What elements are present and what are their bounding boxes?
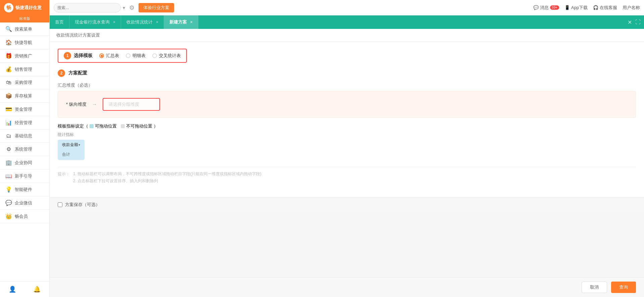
tabbar: 首页 现金银行流水查询 × 收款情况统计 × 新建方案 × ✕ ⛶ xyxy=(50,15,644,29)
tabbar-actions: ✕ ⛶ xyxy=(624,15,644,29)
step2-title: 方案配置 xyxy=(68,70,87,76)
sidebar-nav: 🔍 搜索菜单 🏠 快捷导航 🎁 营销推广 💰 销售管理 🛍 采购管理 📦 库存核… xyxy=(0,22,49,281)
indicator-title: 模板指标设定（ xyxy=(58,123,88,129)
member-nav-icon: 👑 xyxy=(5,213,12,219)
sidebar-item-guide[interactable]: 📖 新手引导 xyxy=(0,169,49,183)
sidebar-item-purchase[interactable]: 🛍 采购管理 xyxy=(0,76,49,89)
indicator-col-header: 收款金额 ▾ xyxy=(58,140,84,150)
step1-section: 1 选择模板 汇总表 明细表 xyxy=(58,49,636,63)
topbar-right: 💬 消息 99+ 📱 App下载 🎧 在线客服 用户名称 xyxy=(533,5,640,11)
sidebar-item-search[interactable]: 🔍 搜索菜单 xyxy=(0,22,49,36)
service-icon: 🎧 xyxy=(593,5,598,10)
radio-cross-circle xyxy=(152,53,157,58)
gear-icon[interactable]: ⚙ xyxy=(129,4,135,11)
sales-nav-icon: 💰 xyxy=(5,66,12,72)
drag-legend-label: 可拖动位置 xyxy=(95,123,117,129)
user-name-button[interactable]: 用户名称 xyxy=(623,5,640,11)
sidebar-item-member[interactable]: 👑 畅会员 xyxy=(0,210,49,223)
dimension-placeholder[interactable]: 请选择分组维度 xyxy=(103,98,160,111)
sidebar-item-finance[interactable]: 💳 资金管理 xyxy=(0,103,49,116)
message-button[interactable]: 💬 消息 99+ xyxy=(533,5,559,11)
dimension-area: * 纵向维度 → 请选择分组维度 xyxy=(58,91,636,118)
indicator-table: 收款金额 ▾ 合计 xyxy=(58,140,636,160)
vertical-dimension-label: * 纵向维度 xyxy=(66,101,87,107)
query-button[interactable]: 查询 xyxy=(611,282,636,293)
footer-bar: 取消 查询 xyxy=(50,277,644,297)
service-button[interactable]: 🎧 在线客服 xyxy=(593,5,617,11)
sidebar-bottom: 👤 🔔 xyxy=(0,281,49,297)
tab-new-plan[interactable]: 新建方案 × xyxy=(164,15,198,29)
step1-header: 1 选择模板 汇总表 明细表 xyxy=(58,49,636,63)
notification-icon[interactable]: 🔔 xyxy=(32,284,42,294)
indicator-col-dropdown[interactable]: ▾ xyxy=(78,143,80,147)
sidebar-item-operation[interactable]: 📊 经营管理 xyxy=(0,116,49,130)
download-icon: 📱 xyxy=(565,5,570,10)
sidebar-item-basic[interactable]: 🗂 基础信息 xyxy=(0,130,49,143)
inventory-nav-icon: 📦 xyxy=(5,93,12,99)
save-checkbox[interactable] xyxy=(58,202,62,207)
system-nav-icon: ⚙ xyxy=(5,146,12,152)
nodrag-legend-label: 不可拖动位置 xyxy=(126,123,152,129)
arrow-icon: → xyxy=(92,101,97,107)
user-icon[interactable]: 👤 xyxy=(7,284,17,294)
gift-nav-icon: 🎁 xyxy=(5,53,12,59)
sidebar-edition: 标准版 xyxy=(0,15,49,22)
sidebar-item-enterprise[interactable]: 🏢 企业协同 xyxy=(0,156,49,169)
topbar-search-area: ▾ xyxy=(54,3,125,12)
dimension-title: 汇总维度（必选） xyxy=(58,82,636,88)
close-window-icon[interactable]: ✕ xyxy=(628,19,632,26)
indicator-column-receipts: 收款金额 ▾ 合计 xyxy=(58,140,85,160)
step1-title: 选择模板 xyxy=(74,53,93,59)
logo-icon: 畅 xyxy=(4,3,13,12)
sidebar-item-wechat[interactable]: 💬 企业微信 xyxy=(0,196,49,210)
sidebar-item-sales[interactable]: 💰 销售管理 xyxy=(0,63,49,76)
topbar: ▾ ⚙ 体验行业方案 💬 消息 99+ 📱 App下载 🎧 在线客服 用户名称 xyxy=(50,0,644,15)
tab-bank[interactable]: 现金银行流水查询 × xyxy=(69,15,121,29)
cancel-button[interactable]: 取消 xyxy=(582,282,607,293)
radio-summary-circle xyxy=(99,53,104,58)
chevron-down-icon[interactable]: ▾ xyxy=(123,5,125,10)
hardware-nav-icon: 💡 xyxy=(5,186,12,193)
sidebar-item-system[interactable]: ⚙ 系统管理 xyxy=(0,143,49,156)
logo-text: 畅捷通好生意 xyxy=(15,5,42,10)
search-nav-icon: 🔍 xyxy=(5,26,12,32)
step1-num: 1 xyxy=(64,52,71,59)
finance-nav-icon: 💳 xyxy=(5,106,12,112)
save-label: 方案保存（可选） xyxy=(65,202,100,208)
radio-summary[interactable]: 汇总表 xyxy=(99,53,119,59)
operation-nav-icon: 📊 xyxy=(5,119,12,126)
trial-button[interactable]: 体验行业方案 xyxy=(139,3,174,12)
tab-receipts-close[interactable]: × xyxy=(156,20,158,24)
step2-num: 2 xyxy=(58,69,65,77)
form-area: 1 选择模板 汇总表 明细表 xyxy=(50,42,644,197)
basic-nav-icon: 🗂 xyxy=(5,133,12,139)
content-area: 收款情况统计方案设置 1 选择模板 xyxy=(50,29,644,277)
sidebar-item-hardware[interactable]: 💡 智能硬件 xyxy=(0,183,49,196)
tab-bank-close[interactable]: × xyxy=(113,20,115,24)
indicator-category-label: 统计指标 xyxy=(58,132,636,138)
sidebar-item-inventory[interactable]: 📦 库存核算 xyxy=(0,89,49,103)
wechat-nav-icon: 💬 xyxy=(5,200,12,206)
tab-home[interactable]: 首页 xyxy=(50,15,69,29)
drag-legend-box xyxy=(90,124,94,128)
indicator-col-body: 合计 xyxy=(58,150,84,160)
template-selector: 1 选择模板 汇总表 明细表 xyxy=(58,49,187,63)
page-header: 收款情况统计方案设置 xyxy=(50,29,644,42)
tab-new-plan-close[interactable]: × xyxy=(190,20,193,24)
tips-line1: 提示： 1. 拖动标题栏可以调整布局，不可跨维度或指标区域拖动栏目字段(只能在同… xyxy=(58,171,636,177)
radio-cross[interactable]: 交叉统计表 xyxy=(152,53,181,59)
download-button[interactable]: 📱 App下载 xyxy=(565,5,588,11)
expand-icon[interactable]: ⛶ xyxy=(635,19,641,25)
radio-detail[interactable]: 明细表 xyxy=(126,53,146,59)
tab-receipts[interactable]: 收款情况统计 × xyxy=(121,15,164,29)
sidebar-item-quick-nav[interactable]: 🏠 快捷导航 xyxy=(0,36,49,49)
search-input[interactable] xyxy=(54,3,121,12)
step2-section: 2 方案配置 汇总维度（必选） * 纵向维度 → 请选择分组维度 xyxy=(58,69,636,184)
sidebar-logo: 畅 畅捷通好生意 xyxy=(0,0,49,15)
step2-header: 2 方案配置 xyxy=(58,69,636,77)
sidebar-item-marketing[interactable]: 🎁 营销推广 xyxy=(0,49,49,63)
message-icon: 💬 xyxy=(533,5,539,10)
enterprise-nav-icon: 🏢 xyxy=(5,159,12,166)
breadcrumb: 收款情况统计方案设置 xyxy=(56,33,100,38)
save-section: 方案保存（可选） xyxy=(50,197,644,212)
